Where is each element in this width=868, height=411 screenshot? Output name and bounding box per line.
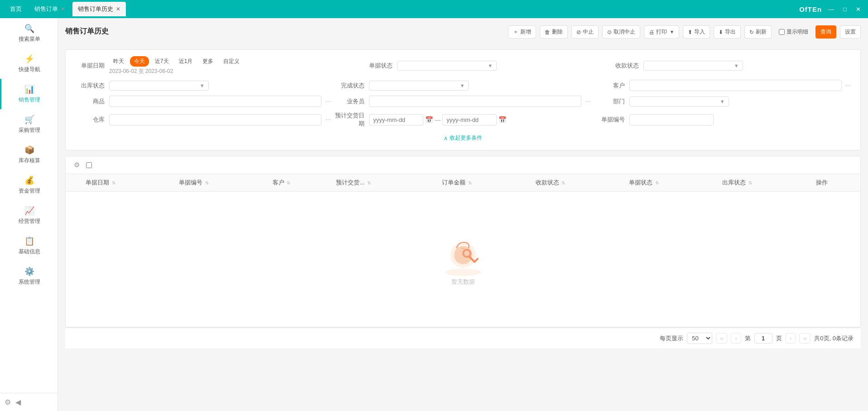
th-bill-status[interactable]: 单据状态 ⇅ — [625, 174, 719, 192]
th-amount[interactable]: 订单金额 ⇅ — [438, 174, 532, 192]
refresh-btn[interactable]: ↻ 刷新 — [744, 25, 772, 39]
empty-text: 暂无数据 — [451, 278, 475, 286]
salesperson-input[interactable] — [369, 96, 581, 107]
salesperson-dots-btn[interactable]: ··· — [583, 97, 593, 106]
customer-input[interactable] — [629, 80, 842, 91]
delivery-date-from-input[interactable] — [369, 114, 423, 126]
receipt-status-select[interactable]: ▼ — [643, 61, 743, 71]
display-toggle-checkbox[interactable] — [779, 29, 785, 35]
page-title: 销售订单历史 — [65, 27, 109, 36]
tab-sales-order-history[interactable]: 销售订单历史 ✕ — [72, 2, 126, 16]
close-window-btn[interactable]: ✕ — [853, 6, 863, 13]
cancel-stop-btn[interactable]: ⊙ 取消中止 — [602, 25, 640, 39]
new-btn[interactable]: ＋ 新增 — [508, 25, 536, 39]
export-btn[interactable]: ⬇ 导出 — [714, 25, 741, 39]
th-out-status[interactable]: 出库状态 ⇅ — [719, 174, 812, 192]
sidebar-item-sales[interactable]: 📊 销售管理 — [0, 79, 58, 109]
tab-sales-order-history-close[interactable]: ✕ — [116, 6, 120, 12]
bill-no-input[interactable] — [629, 114, 714, 126]
th-customer[interactable]: 客户 ⇅ — [269, 174, 333, 192]
warehouse-dots-btn[interactable]: ··· — [323, 116, 333, 124]
shortcut-more[interactable]: 更多 — [198, 56, 217, 67]
bill-status-control[interactable]: ▼ — [397, 61, 607, 71]
page-label-suffix: 页 — [776, 334, 782, 343]
th-date[interactable]: 单据日期 ⇅ — [82, 174, 175, 192]
goods-input[interactable] — [109, 96, 321, 107]
last-page-btn[interactable]: » — [799, 333, 810, 343]
out-status-control[interactable]: ▼ — [109, 81, 333, 91]
brand-label: OfTEn — [799, 5, 822, 13]
page-size-select[interactable]: 20 50 100 — [687, 333, 712, 344]
delete-btn[interactable]: 🗑 删除 — [540, 25, 568, 39]
first-page-btn[interactable]: « — [716, 333, 727, 343]
table-gear-btn[interactable]: ⚙ — [71, 160, 82, 170]
calendar-to-icon[interactable]: 📅 — [499, 116, 506, 123]
receipt-status-label: 收款状态 — [607, 62, 643, 70]
sidebar-item-finance[interactable]: 💰 资金管理 — [0, 170, 58, 200]
filter-row-2: 出库状态 ▼ 完成状态 ▼ 客户 ··· — [73, 80, 853, 91]
sales-icon: 📊 — [24, 84, 34, 94]
sidebar-settings-icon[interactable]: ⚙ — [5, 398, 11, 406]
shortcut-today[interactable]: 今天 — [130, 56, 149, 67]
goods-dots-btn[interactable]: ··· — [323, 97, 333, 106]
stop-btn[interactable]: ⊘ 中止 — [571, 25, 599, 39]
print-btn[interactable]: 🖨 打印 ▼ — [644, 25, 679, 39]
basic-info-icon: 📋 — [24, 236, 34, 246]
sidebar-item-operations[interactable]: 📈 经营管理 — [0, 200, 58, 231]
sidebar-item-quick-nav[interactable]: ⚡ 快捷导航 — [0, 48, 58, 79]
th-delivery[interactable]: 预计交货... ⇅ — [332, 174, 438, 192]
sidebar-label-finance: 资金管理 — [19, 187, 40, 195]
customer-dots-btn[interactable]: ··· — [844, 82, 853, 90]
warehouse-input[interactable] — [109, 114, 321, 126]
sidebar-collapse-icon[interactable]: ◀ — [15, 398, 21, 406]
maximize-btn[interactable]: □ — [840, 6, 849, 13]
th-receipt-status[interactable]: 收款状态 ⇅ — [532, 174, 625, 192]
home-tab[interactable]: 首页 — [5, 2, 27, 16]
sidebar-item-basic-info[interactable]: 📋 基础信息 — [0, 231, 58, 261]
bill-status-select[interactable]: ▼ — [397, 61, 497, 71]
select-all-checkbox[interactable] — [86, 162, 92, 168]
prev-page-btn[interactable]: ‹ — [731, 333, 741, 343]
table-body: ~ 暂无数据 — [66, 192, 860, 327]
tab-sales-order-close[interactable]: ✕ — [61, 6, 65, 12]
title-toolbar-row: 销售订单历史 ＋ 新增 🗑 删除 ⊘ 中止 ⊙ 取消中止 — [65, 25, 861, 44]
sidebar-item-inventory[interactable]: 📦 库存核算 — [0, 140, 58, 170]
settings-btn[interactable]: 设置 — [840, 25, 861, 39]
next-page-btn[interactable]: › — [786, 333, 796, 343]
query-btn[interactable]: 查询 — [815, 25, 836, 39]
sort-delivery-icon: ⇅ — [367, 180, 371, 185]
out-status-select[interactable]: ▼ — [109, 81, 209, 91]
sidebar-item-purchase[interactable]: 🛒 采购管理 — [0, 109, 58, 140]
complete-status-control[interactable]: ▼ — [369, 81, 593, 91]
dept-select[interactable]: ▼ — [629, 97, 729, 106]
sidebar-item-system[interactable]: ⚙️ 系统管理 — [0, 261, 58, 291]
minimize-btn[interactable]: — — [825, 6, 837, 13]
print-label: 打印 — [656, 28, 667, 36]
svg-point-4 — [464, 251, 470, 256]
th-no[interactable]: 单据编号 ⇅ — [175, 174, 269, 192]
customer-control: ··· — [629, 80, 853, 91]
display-toggle[interactable]: 显示明细 — [775, 26, 812, 38]
shortcut-7days[interactable]: 近7天 — [151, 56, 173, 67]
tab-sales-order[interactable]: 销售订单 ✕ — [29, 2, 71, 16]
dept-control[interactable]: ▼ — [629, 97, 853, 106]
top-bar-right: OfTEn — □ ✕ — [799, 5, 863, 13]
shortcut-1month[interactable]: 近1月 — [175, 56, 197, 67]
sidebar-bottom: ⚙ ◀ — [0, 393, 58, 411]
export-label: 导出 — [725, 28, 736, 36]
cancel-stop-icon: ⊙ — [607, 29, 612, 35]
collapse-bar[interactable]: ∧ 收起更多条件 — [73, 132, 853, 144]
delivery-date-to-input[interactable] — [442, 114, 497, 126]
import-btn[interactable]: ⬆ 导入 — [683, 25, 710, 39]
salesperson-label: 业务员 — [333, 97, 369, 106]
date-label: 单据日期 — [73, 62, 109, 70]
shortcut-custom[interactable]: 自定义 — [219, 56, 244, 67]
complete-status-select[interactable]: ▼ — [369, 81, 469, 91]
current-page-input[interactable] — [754, 333, 772, 343]
search-menu-icon: 🔍 — [24, 24, 34, 34]
calendar-from-icon[interactable]: 📅 — [425, 116, 433, 123]
sidebar-item-search-menu[interactable]: 🔍 搜索菜单 — [0, 18, 58, 48]
shortcut-yesterday[interactable]: 昨天 — [109, 56, 128, 67]
out-status-label: 出库状态 — [73, 82, 109, 90]
receipt-status-control[interactable]: ▼ — [643, 61, 853, 71]
